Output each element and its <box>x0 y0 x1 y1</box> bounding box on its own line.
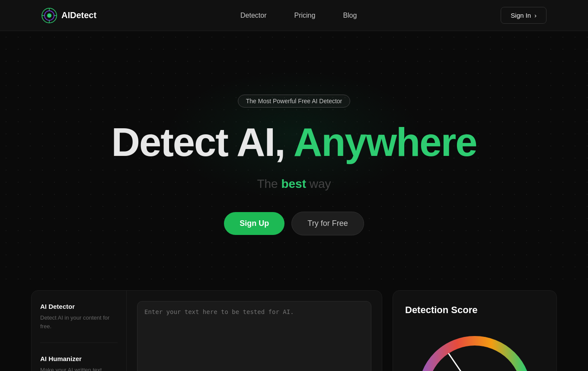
hero-title: Detect AI, Anywhere <box>112 121 477 163</box>
sidebar-divider <box>40 342 118 343</box>
detector-card: AI Detector Detect AI in your content fo… <box>31 290 382 371</box>
brand-logo[interactable]: AIDetect <box>42 8 96 23</box>
gauge-svg <box>414 328 535 371</box>
try-free-button[interactable]: Try for Free <box>291 212 364 235</box>
sign-in-label: Sign In <box>511 12 531 19</box>
hero-subtitle-the: The <box>257 177 278 190</box>
nav-link-pricing[interactable]: Pricing <box>294 12 315 19</box>
hero-subtitle-way: way <box>310 177 331 190</box>
svg-point-2 <box>47 13 51 18</box>
hero-subtitle: The best way <box>257 177 331 191</box>
hero-title-white: Detect AI, <box>112 120 285 164</box>
hero-section: The Most Powerful Free AI Detector Detec… <box>0 31 588 290</box>
bottom-section: AI Detector Detect AI in your content fo… <box>0 290 588 371</box>
humanizer-desc: Make your AI written text undetectable. <box>40 366 118 371</box>
sign-in-button[interactable]: Sign In › <box>501 7 546 24</box>
hero-badge-text: The Most Powerful Free AI Detector <box>246 98 342 105</box>
gauge-container: 0% 100% <box>414 328 535 371</box>
score-title: Detection Score <box>405 304 478 316</box>
hero-badge: The Most Powerful Free AI Detector <box>238 95 351 108</box>
chevron-right-icon: › <box>534 12 537 19</box>
navbar: AIDetect Detector Pricing Blog Sign In › <box>0 0 588 31</box>
hero-title-green: Anywhere <box>294 120 477 164</box>
detector-textarea[interactable] <box>137 301 371 371</box>
signup-button[interactable]: Sign Up <box>224 212 284 235</box>
detector-sidebar: AI Detector Detect AI in your content fo… <box>32 291 127 371</box>
hero-subtitle-best: best <box>281 177 306 190</box>
nav-link-detector[interactable]: Detector <box>240 12 266 19</box>
sidebar-item-ai-detector[interactable]: AI Detector Detect AI in your content fo… <box>40 303 118 330</box>
detector-textarea-area <box>127 291 382 371</box>
humanizer-title: AI Humanizer <box>40 355 118 362</box>
hero-buttons: Sign Up Try for Free <box>224 212 364 235</box>
ai-detector-desc: Detect AI in your content for free. <box>40 314 118 330</box>
svg-line-7 <box>449 354 475 371</box>
logo-icon <box>42 8 57 23</box>
nav-links: Detector Pricing Blog <box>240 12 357 19</box>
sidebar-item-humanizer[interactable]: AI Humanizer Make your AI written text u… <box>40 355 118 371</box>
brand-name: AIDetect <box>61 10 96 20</box>
nav-link-blog[interactable]: Blog <box>343 12 357 19</box>
ai-detector-title: AI Detector <box>40 303 118 310</box>
score-card: Detection Score <box>393 290 557 371</box>
